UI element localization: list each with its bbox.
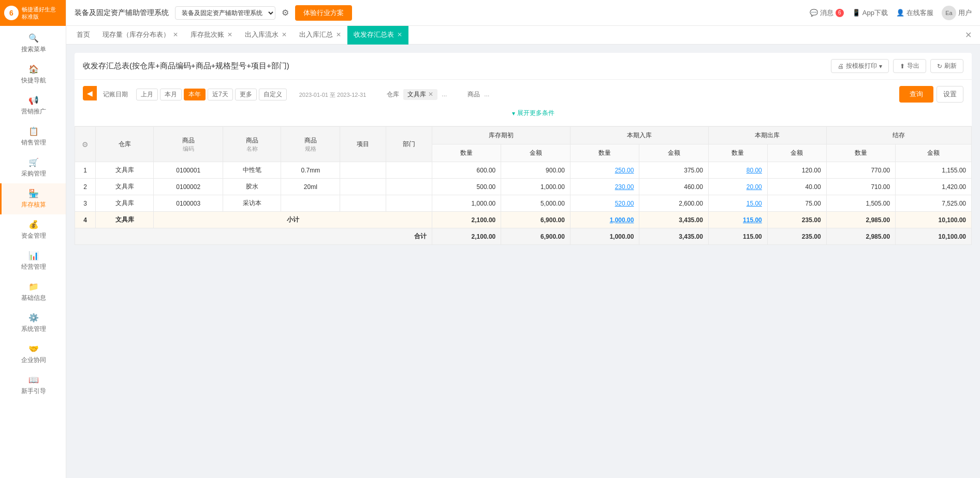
tab-home[interactable]: 首页 [70, 26, 96, 45]
cell-opening-amt: 1,000.00 [501, 179, 571, 195]
chevron-down-icon: ▾ [879, 63, 882, 70]
date-btn-custom[interactable]: 自定义 [259, 89, 287, 100]
th-closing-qty: 数量 [826, 144, 896, 162]
trial-button[interactable]: 体验行业方案 [295, 5, 352, 21]
product-more-button[interactable]: ... [484, 91, 489, 98]
logo-icon: 6 [4, 6, 19, 20]
sidebar-item-system[interactable]: ⚙️ 系统管理 [0, 308, 66, 339]
cell-closing-amt: 7,525.00 [896, 195, 972, 212]
th-closing-amt: 金额 [896, 144, 972, 162]
cell-outbound-qty: 20.00 [708, 179, 767, 195]
th-closing: 结存 [826, 127, 971, 144]
sidebar-item-marketing[interactable]: 📢 营销推广 [0, 90, 66, 121]
refresh-button[interactable]: ↻ 刷新 [930, 59, 963, 73]
th-warehouse: 仓库 [96, 127, 154, 162]
sidebar: 6 畅捷通好生意 标准版 🔍 搜索菜单 🏠 快捷导航 📢 营销推广 📋 销售管理… [0, 0, 66, 478]
tab-batch[interactable]: 库存批次账 ✕ [184, 26, 239, 45]
total-closing-amt: 10,100.00 [896, 228, 972, 245]
sidebar-item-finance[interactable]: 💰 资金管理 [0, 214, 66, 245]
print-button[interactable]: 🖨 按模板打印 ▾ [831, 59, 889, 73]
th-code: 商品编码 [154, 127, 223, 162]
tab-close-stock-dist[interactable]: ✕ [173, 31, 178, 38]
subtotal-inbound-amt: 3,435.00 [639, 212, 709, 228]
tab-inout-summary[interactable]: 出入库汇总 ✕ [293, 26, 347, 45]
table-row: 1 文具库 0100001 中性笔 0.7mm 600.00 900.00 25… [75, 162, 972, 179]
filter-product: 商品 ... [467, 90, 489, 99]
sidebar-item-guide[interactable]: 📖 新手引导 [0, 370, 66, 401]
tab-close-recv-send[interactable]: ✕ [397, 31, 402, 38]
inventory-icon: 🏪 [28, 189, 39, 198]
app-download-button[interactable]: 📱 App下载 [852, 8, 888, 18]
th-opening-amt: 金额 [501, 144, 571, 162]
date-buttons: 上月 本月 本年 近7天 更多 自定义 [136, 89, 287, 100]
date-range: 2023-01-01 至 2023-12-31 [299, 91, 367, 99]
subtotal-outbound-amt: 235.00 [767, 212, 826, 228]
settings-button[interactable]: 设置 [937, 86, 963, 103]
expand-more-button[interactable]: ▾ 展开更多条件 [103, 107, 963, 120]
cell-name: 采访本 [223, 195, 281, 212]
print-icon: 🖨 [838, 63, 844, 70]
sidebar-menu: 🔍 搜索菜单 🏠 快捷导航 📢 营销推广 📋 销售管理 🛒 采购管理 🏪 库存核… [0, 26, 66, 478]
cell-name: 中性笔 [223, 162, 281, 179]
th-spec: 商品规格 [281, 127, 340, 162]
tab-inout-flow[interactable]: 出入库流水 ✕ [239, 26, 293, 45]
sidebar-item-quick[interactable]: 🏠 快捷导航 [0, 59, 66, 90]
tab-close-inout-flow[interactable]: ✕ [282, 31, 287, 38]
tab-close-inout-summary[interactable]: ✕ [336, 31, 341, 38]
sidebar-item-operation[interactable]: 📊 经营管理 [0, 245, 66, 277]
export-button[interactable]: ⬆ 导出 [893, 59, 926, 73]
date-btn-this-year[interactable]: 本年 [184, 89, 206, 100]
data-table: ⚙ 仓库 商品编码 商品名称 商品规格 项目 部门 库存期初 本期入库 本期出库… [75, 126, 972, 245]
th-inbound-qty: 数量 [570, 144, 639, 162]
warehouse-more-button[interactable]: ... [442, 91, 447, 98]
sidebar-item-search[interactable]: 🔍 搜索菜单 [0, 28, 66, 59]
tab-stock-dist[interactable]: 现存量（库存分布表） ✕ [96, 26, 184, 45]
cell-no: 2 [75, 179, 96, 195]
cell-opening-qty: 1,000.00 [432, 195, 501, 212]
sidebar-item-inventory[interactable]: 🏪 库存核算 [0, 183, 66, 214]
cell-closing-qty: 1,505.00 [826, 195, 896, 212]
message-button[interactable]: 💬 消息 6 [810, 8, 844, 18]
enterprise-icon: 🤝 [28, 344, 39, 354]
subtotal-outbound-qty: 115.00 [708, 212, 767, 228]
settings-icon[interactable]: ⚙ [282, 8, 289, 18]
sidebar-item-purchase[interactable]: 🛒 采购管理 [0, 152, 66, 183]
tabbar-close-icon[interactable]: ✕ [961, 30, 976, 40]
cell-warehouse: 文具库 [96, 195, 154, 212]
table-settings-icon[interactable]: ⚙ [82, 140, 89, 149]
cell-code: 0100001 [154, 162, 223, 179]
date-label: 记账日期 [103, 90, 128, 99]
query-button[interactable]: 查询 [899, 86, 933, 103]
filter-toggle-button[interactable]: ◀ [83, 86, 97, 100]
date-btn-7days[interactable]: 近7天 [208, 89, 233, 100]
warehouse-tag-close-icon[interactable]: ✕ [428, 91, 433, 98]
cell-inbound-qty: 520.00 [570, 195, 639, 212]
total-outbound-amt: 235.00 [767, 228, 826, 245]
cell-outbound-qty: 80.00 [708, 162, 767, 179]
user-menu[interactable]: Ea 用户 [942, 6, 972, 20]
date-btn-more[interactable]: 更多 [235, 89, 257, 100]
sidebar-item-sales[interactable]: 📋 销售管理 [0, 121, 66, 152]
page-header: 收发存汇总表(按仓库+商品编码+商品+规格型号+项目+部门) 🖨 按模板打印 ▾… [75, 53, 972, 80]
date-btn-last-month[interactable]: 上月 [136, 89, 158, 100]
sidebar-item-basic[interactable]: 📁 基础信息 [0, 277, 66, 308]
cell-warehouse: 文具库 [96, 179, 154, 195]
subtotal-closing-amt: 10,100.00 [896, 212, 972, 228]
cell-spec: 0.7mm [281, 162, 340, 179]
cell-outbound-amt: 120.00 [767, 162, 826, 179]
th-settings[interactable]: ⚙ [75, 127, 96, 162]
tab-recv-send[interactable]: 收发存汇总表 ✕ [347, 26, 408, 45]
tab-close-batch[interactable]: ✕ [227, 31, 232, 38]
system-select[interactable]: 装备及固定资产辅助管理系统 [175, 6, 275, 20]
filter-row-date: 记账日期 上月 本月 本年 近7天 更多 自定义 2023-01-01 至 20… [103, 86, 963, 103]
sidebar-item-enterprise[interactable]: 🤝 企业协同 [0, 339, 66, 370]
total-opening-qty: 2,100.00 [432, 228, 501, 245]
date-btn-this-month[interactable]: 本月 [160, 89, 182, 100]
th-name: 商品名称 [223, 127, 281, 162]
sidebar-logo: 6 畅捷通好生意 标准版 [0, 0, 66, 26]
cell-closing-amt: 1,155.00 [896, 162, 972, 179]
basic-icon: 📁 [28, 282, 39, 292]
online-service-button[interactable]: 👤 在线客服 [896, 8, 933, 18]
cell-spec [281, 195, 340, 212]
th-outbound: 本期出库 [708, 127, 826, 144]
